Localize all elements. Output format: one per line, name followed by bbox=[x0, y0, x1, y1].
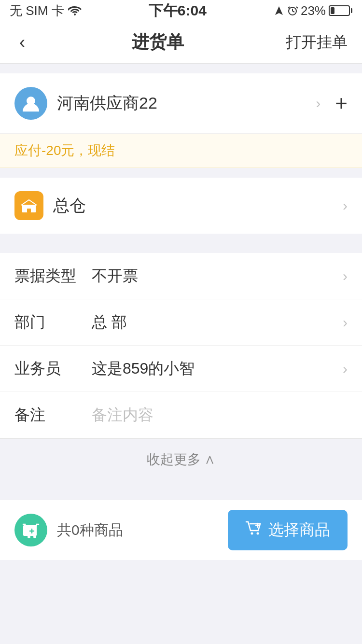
remark-input[interactable]: 备注内容 bbox=[92, 405, 348, 426]
section-gap-4 bbox=[0, 480, 362, 490]
department-chevron: › bbox=[343, 314, 348, 331]
status-left: 无 SIM 卡 bbox=[10, 2, 82, 19]
location-icon bbox=[274, 5, 284, 16]
supplier-name: 河南供应商22 bbox=[57, 92, 316, 114]
svg-point-10 bbox=[257, 532, 259, 535]
warehouse-card: 总仓 › bbox=[0, 178, 362, 234]
supplier-chevron-icon: › bbox=[316, 95, 320, 112]
product-icon bbox=[14, 514, 47, 546]
alarm-icon bbox=[287, 5, 298, 16]
select-product-icon bbox=[245, 521, 263, 539]
salesperson-value: 这是859的小智 bbox=[92, 358, 343, 379]
department-value: 总 部 bbox=[92, 312, 343, 333]
wifi-icon bbox=[68, 6, 82, 15]
supplier-row[interactable]: 河南供应商22 › + bbox=[0, 73, 362, 134]
select-product-label: 选择商品 bbox=[268, 519, 330, 541]
battery-percent: 23% bbox=[301, 3, 326, 18]
cart-icon bbox=[21, 520, 41, 540]
svg-rect-5 bbox=[27, 209, 31, 212]
cart-add-icon bbox=[245, 521, 263, 535]
warehouse-row[interactable]: 总仓 › bbox=[0, 178, 362, 234]
invoice-type-row[interactable]: 票据类型 不开票 › bbox=[0, 253, 362, 299]
svg-point-9 bbox=[251, 532, 253, 535]
section-gap-2 bbox=[0, 168, 362, 178]
warehouse-icon bbox=[14, 191, 43, 220]
supplier-alert: 应付-20元，现结 bbox=[0, 134, 362, 168]
section-gap-1 bbox=[0, 64, 362, 73]
page-background bbox=[0, 560, 362, 644]
invoice-type-value: 不开票 bbox=[92, 266, 343, 287]
status-time: 下午6:04 bbox=[149, 1, 207, 21]
warehouse-name: 总仓 bbox=[53, 195, 343, 217]
salesperson-row[interactable]: 业务员 这是859的小智 › bbox=[0, 346, 362, 392]
person-icon bbox=[21, 93, 41, 113]
invoice-type-label: 票据类型 bbox=[14, 266, 82, 287]
supplier-avatar bbox=[14, 87, 47, 120]
svg-point-8 bbox=[33, 535, 36, 538]
warehouse-chevron-icon: › bbox=[343, 197, 348, 214]
section-gap-3 bbox=[0, 234, 362, 243]
salesperson-chevron: › bbox=[343, 361, 348, 377]
open-pending-button[interactable]: 打开挂单 bbox=[286, 32, 348, 53]
svg-line-2 bbox=[292, 11, 294, 12]
remark-row[interactable]: 备注 备注内容 bbox=[0, 392, 362, 438]
invoice-type-chevron: › bbox=[343, 268, 348, 284]
battery-indicator bbox=[329, 5, 352, 16]
back-button[interactable]: ‹ bbox=[14, 28, 30, 57]
remark-label: 备注 bbox=[14, 405, 82, 426]
no-sim-text: 无 SIM 卡 bbox=[10, 2, 64, 19]
svg-point-7 bbox=[28, 535, 30, 538]
status-bar: 无 SIM 卡 下午6:04 23% bbox=[0, 0, 362, 21]
supplier-card: 河南供应商22 › + 应付-20元，现结 bbox=[0, 73, 362, 168]
form-section: 票据类型 不开票 › 部门 总 部 › 业务员 这是859的小智 › 备注 备注… bbox=[0, 253, 362, 480]
department-label: 部门 bbox=[14, 312, 82, 333]
bottom-bar: 共0种商品 选择商品 bbox=[0, 500, 362, 560]
collapse-label: 收起更多 ∧ bbox=[147, 450, 216, 469]
product-count: 共0种商品 bbox=[57, 520, 228, 540]
warehouse-building-icon bbox=[20, 197, 38, 214]
page-title: 进货单 bbox=[132, 30, 184, 54]
select-product-button[interactable]: 选择商品 bbox=[228, 510, 348, 550]
status-right: 23% bbox=[274, 3, 352, 18]
nav-bar: ‹ 进货单 打开挂单 bbox=[0, 21, 362, 64]
department-row[interactable]: 部门 总 部 › bbox=[0, 299, 362, 346]
collapse-row[interactable]: 收起更多 ∧ bbox=[0, 438, 362, 480]
add-supplier-button[interactable]: + bbox=[335, 91, 348, 115]
salesperson-label: 业务员 bbox=[14, 358, 82, 379]
